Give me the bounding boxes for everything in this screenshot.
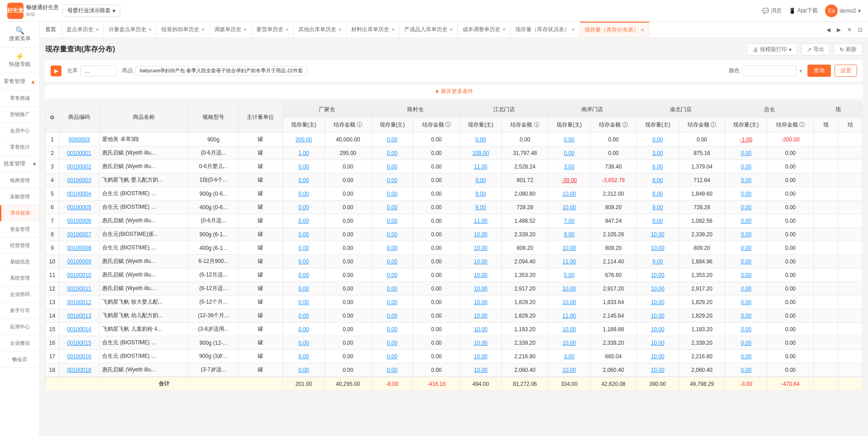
- tab-9[interactable]: 成本调整单历史 ✕: [458, 22, 511, 38]
- sidebar-item-guide[interactable]: 新手引导: [0, 303, 39, 319]
- tab-2[interactable]: 分量盘点单历史 ✕: [104, 22, 157, 38]
- expand-conditions-btn[interactable]: ▼ 展开更多条件: [434, 88, 473, 95]
- sidebar-item-vip[interactable]: 畅会员: [0, 352, 39, 368]
- sidebar-item-finance[interactable]: 资金管理: [0, 221, 39, 238]
- tab-close-11[interactable]: ✕: [641, 28, 644, 33]
- cell-jiangbei-amt: 1,488.52: [502, 214, 548, 228]
- sidebar-item-ecommerce[interactable]: 电商管理: [0, 173, 39, 189]
- refresh-btn[interactable]: ↻ 刷新: [834, 43, 863, 56]
- tab-1[interactable]: 盘点单历史 ✕: [62, 22, 104, 38]
- sidebar-item-inventory[interactable]: 库存核算: [0, 205, 39, 221]
- tab-close-3[interactable]: ✕: [201, 27, 205, 32]
- warehouse-input[interactable]: [80, 66, 117, 76]
- query-btn[interactable]: 查询: [807, 65, 831, 77]
- cell-more-now: [814, 160, 838, 173]
- cell-chencun-now: 0.00: [371, 295, 413, 309]
- app-download-btn[interactable]: 📱 App下载: [789, 7, 818, 14]
- tab-close-1[interactable]: ✕: [95, 27, 99, 32]
- sidebar-item-search[interactable]: 🔍 搜索英单: [0, 22, 39, 47]
- sidebar-item-purchase[interactable]: 采购管理: [0, 189, 39, 205]
- cell-nanan-now: 0.00: [548, 146, 590, 160]
- message-btn[interactable]: 💬 消息: [762, 7, 782, 14]
- tab-close-all-btn[interactable]: ✕: [844, 27, 854, 33]
- tab-close-8[interactable]: ✕: [449, 27, 453, 32]
- cell-jiangbei-amt: 2,094.40: [502, 255, 548, 268]
- tab-close-5[interactable]: ✕: [285, 27, 289, 32]
- tab-6[interactable]: 其他出库单历史 ✕: [294, 22, 347, 38]
- tab-prev-btn[interactable]: ◀: [824, 27, 833, 33]
- sidebar-item-system[interactable]: 系统管理: [0, 270, 39, 286]
- cell-total-amt: 0.00: [767, 282, 814, 295]
- cell-more-now: [814, 255, 838, 268]
- tab-3[interactable]: 组装拆卸单历史 ✕: [157, 22, 210, 38]
- cell-jiangbei-amt: 728.28: [502, 201, 548, 214]
- sidebar-item-wholesale[interactable]: 批发管理 ▾: [0, 155, 39, 173]
- th-spec: 规格型号: [189, 102, 238, 133]
- cell-code: 00100004: [59, 187, 99, 201]
- tab-4[interactable]: 调拨单历史 ✕: [210, 22, 252, 38]
- tab-next-btn[interactable]: ▶: [834, 27, 844, 33]
- tab-more-btn[interactable]: ⊡: [855, 27, 865, 33]
- cell-seq: 17: [46, 350, 59, 363]
- settings-btn[interactable]: 设置: [835, 65, 857, 77]
- cell-more-amt: [838, 350, 863, 363]
- cell-name: 合生元 (BIOSTIME) ...: [99, 241, 189, 255]
- th-settings[interactable]: ⚙: [46, 102, 59, 133]
- sidebar-item-retail-mgmt[interactable]: 零售管理 ▲: [0, 73, 39, 90]
- sidebar-item-wechat[interactable]: 企业微信: [0, 335, 39, 352]
- product-input[interactable]: [136, 66, 307, 76]
- cell-name: 惠氏启赋 (Wyeth illu...: [99, 363, 189, 377]
- content-area: 现存量查询(库存分布) 🖨 按模版打印 ▾ ↗ 导出 ↻ 刷新: [40, 38, 868, 436]
- tab-close-2[interactable]: ✕: [148, 27, 152, 32]
- cell-more-amt: [838, 363, 863, 377]
- tab-7[interactable]: 材料出库单历史 ✕: [347, 22, 400, 38]
- tab-close-4[interactable]: ✕: [243, 27, 247, 32]
- cell-jiangbei-now: 10.00: [460, 363, 502, 377]
- cell-chencun-amt: 0.00: [413, 228, 460, 241]
- sidebar-item-basic-info[interactable]: 基础信息: [0, 254, 39, 270]
- cell-more-amt: [838, 160, 863, 173]
- sidebar-item-operation[interactable]: 经营管理: [0, 238, 39, 254]
- tab-close-9[interactable]: ✕: [502, 27, 506, 32]
- export-btn[interactable]: ↗ 导出: [801, 43, 830, 56]
- tab-close-7[interactable]: ✕: [391, 27, 395, 32]
- tab-5[interactable]: 要货单历史 ✕: [252, 22, 294, 38]
- cell-nanan-amt: 0.00: [590, 146, 637, 160]
- cell-jiangbei-now: 9.00: [460, 173, 502, 187]
- cell-more-amt: [838, 282, 863, 295]
- cell-code: 00100006: [59, 214, 99, 228]
- tab-close-6[interactable]: ✕: [338, 27, 342, 32]
- cell-chencun-amt: 0.00: [413, 336, 460, 350]
- cell-name: 合生元(BIOSTIME)派...: [99, 228, 189, 241]
- sidebar-item-quicknav[interactable]: ⚡ 快捷导航: [0, 47, 39, 73]
- sidebar-item-membership[interactable]: 会员中心: [0, 123, 39, 139]
- filter-collapse-btn[interactable]: ▶: [51, 66, 61, 76]
- cell-changjia-amt: 0.00: [325, 295, 371, 309]
- cell-changjia-amt: 0.00: [325, 363, 371, 377]
- tab-nav-btns: ◀ ▶ ✕ ⊡: [821, 27, 868, 33]
- user-menu[interactable]: Ea demo2 ▾: [825, 5, 861, 17]
- cell-code: 00100014: [59, 323, 99, 336]
- cell-code: 00100008: [59, 241, 99, 255]
- industry-selector[interactable]: 母婴行业演示陈套 ▾: [62, 5, 120, 17]
- sidebar-item-cooperation[interactable]: 企业协同: [0, 286, 39, 303]
- cell-more-now: [814, 323, 838, 336]
- cell-chencun-now: 0.00: [371, 228, 413, 241]
- sidebar-item-retail-mall[interactable]: 零售商城: [0, 90, 39, 107]
- print-btn[interactable]: 🖨 按模版打印 ▾: [747, 43, 797, 56]
- tab-8[interactable]: 产成品入库单历史 ✕: [400, 22, 458, 38]
- cell-code: 0000003: [59, 133, 99, 146]
- tab-home[interactable]: 首页: [40, 22, 62, 38]
- tab-10[interactable]: 现存量（库存状况表） ✕: [511, 22, 580, 38]
- tab-close-10[interactable]: ✕: [571, 27, 575, 32]
- tab-11[interactable]: 现存量（库存分布表） ✕: [580, 22, 649, 38]
- cell-seq: 1: [46, 133, 59, 146]
- th-total-now: 现存量(主): [725, 117, 767, 133]
- cell-total-amt: 0.00: [767, 255, 814, 268]
- color-input[interactable]: [742, 66, 797, 76]
- sidebar-item-marketing[interactable]: 营销推广: [0, 107, 39, 123]
- sidebar-item-apps[interactable]: 应用中心: [0, 319, 39, 335]
- table-row: 14 00100013 飞鹤星飞帆 幼儿配方奶... (12-36个月... 罐…: [46, 309, 863, 323]
- th-name: 商品名称: [99, 102, 189, 133]
- sidebar-item-retail-stats[interactable]: 零售统计: [0, 139, 39, 155]
